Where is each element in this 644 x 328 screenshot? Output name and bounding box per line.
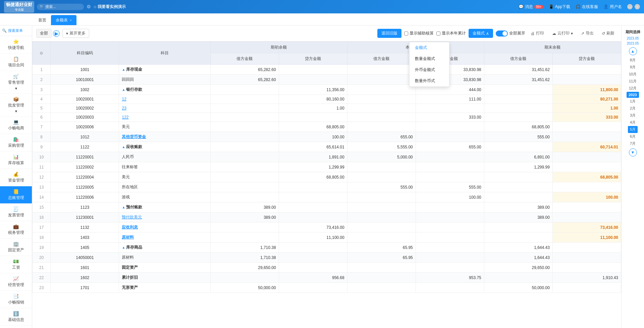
table-cell-cb-credit <box>552 75 621 85</box>
back-old-version-btn[interactable]: 退回旧版 <box>377 29 401 38</box>
mode-option-foreign-amount[interactable]: 外币金额式 <box>410 64 449 75</box>
period-next-btn[interactable]: ▼ <box>629 148 637 156</box>
online-service-btn[interactable]: 🎧 在线客服 <box>576 4 598 10</box>
table-cell-cb-debit: 68,805.00 <box>484 122 552 132</box>
month-4[interactable]: 4月 <box>628 119 638 126</box>
demo-link[interactable]: 我要看实例演示 <box>94 4 126 10</box>
sidebar-item-quick-nav[interactable]: ⭐ 快捷导航 <box>0 36 32 54</box>
table-cell-cur-debit: 655.00 <box>347 132 416 142</box>
toolbar-right: 退回旧版 显示辅助核算 显示本年累计 金额式 ∧ 全部展开 <box>377 29 617 38</box>
month-9[interactable]: 9月 <box>628 64 638 71</box>
sidebar-item-invoice[interactable]: 🧾 发票管理 <box>0 204 32 221</box>
month-7[interactable]: 7月 <box>628 140 638 147</box>
table-cell-ob-credit <box>279 253 347 263</box>
month-6[interactable]: 6月 <box>628 133 638 140</box>
table-row-no: 20 <box>33 253 51 263</box>
table-cell-name[interactable]: 其他货币资金 <box>119 132 210 142</box>
sidebar-item-fixed-assets[interactable]: 🏢 固定资产 <box>0 239 32 256</box>
sidebar-search[interactable]: 🔍 搜索菜单 <box>0 25 32 36</box>
sidebar-item-system[interactable]: ⚙️ 系统管理 <box>0 326 32 328</box>
table-cell-code: 1701 <box>51 283 119 293</box>
sidebar-item-project[interactable]: 📋 项目合同 <box>0 54 32 71</box>
toggle-switch-control[interactable] <box>496 30 508 37</box>
minimize-btn[interactable]: — <box>627 4 633 9</box>
print-btn[interactable]: 🖨 打印 <box>528 29 547 38</box>
sidebar-item-accounting[interactable]: 📒 总账管理 <box>0 186 32 204</box>
month-11[interactable]: 11月 <box>627 78 639 85</box>
table-cell-name: ▲ 库存现金 <box>119 65 210 75</box>
show-ytd-checkbox[interactable]: 显示本年累计 <box>436 30 466 36</box>
mode-dropdown-btn[interactable]: 金额式 ∧ <box>469 29 493 38</box>
month-8[interactable]: 8月 <box>628 57 638 64</box>
table-cell-name[interactable]: 应收利息 <box>119 222 210 233</box>
table-cell-cb-credit: 1,910.43 <box>552 273 621 283</box>
sidebar-item-sales[interactable]: 📑 小畅报销 <box>0 291 32 308</box>
auxiliary-checkbox-input[interactable] <box>404 31 408 36</box>
sidebar-item-salary[interactable]: 💵 工资 <box>0 256 32 273</box>
table-cell-ob-debit <box>210 273 279 283</box>
sidebar-item-retail[interactable]: 🛒 零售管理 ▾ <box>0 71 32 94</box>
sidebar-item-inventory[interactable]: 📊 库存核算 <box>0 151 32 169</box>
table-cell-cb-debit <box>484 182 552 192</box>
message-btn[interactable]: 💬 消息 99+ <box>519 4 543 10</box>
expand-all-toggle[interactable]: 全部展开 <box>496 30 525 37</box>
app-download-btn[interactable]: 📱 App下载 <box>549 4 570 10</box>
table-cell-name[interactable]: 预付款美元 <box>119 212 210 222</box>
table-settings-col[interactable]: ⚙ <box>33 42 51 65</box>
table-cell-cb-debit <box>484 172 552 182</box>
user-avatar[interactable]: 👤 用户名 <box>603 4 622 10</box>
table-cell-name[interactable]: 23 <box>119 104 210 113</box>
sidebar-item-capital[interactable]: 💰 资金管理 <box>0 169 32 186</box>
tab-balance[interactable]: 余额表 × <box>51 15 76 25</box>
table-cell-cb-credit: 11,100.00 <box>552 233 621 243</box>
refresh-btn[interactable]: ↺ 刷新 <box>599 29 617 38</box>
mode-option-qty-amount[interactable]: 数量金额式 <box>410 53 449 64</box>
settings-btn[interactable]: ⚙ <box>87 4 91 9</box>
table-cell-ob-debit: 1,710.38 <box>210 253 279 263</box>
tab-close-balance[interactable]: × <box>70 18 72 22</box>
table-cell-ob-debit: 1,710.38 <box>210 243 279 253</box>
month-3[interactable]: 3月 <box>628 112 638 119</box>
table-cell-code: 10020001 <box>51 95 119 104</box>
table-cell-cur-credit <box>416 122 484 132</box>
month-5[interactable]: 5月 <box>628 126 638 133</box>
expand-more-btn[interactable]: ▾ 展开更多 <box>62 29 89 38</box>
sidebar-item-basic[interactable]: ℹ️ 基础信息 <box>0 308 32 326</box>
table-cell-cb-debit <box>484 192 552 202</box>
cloud-print-btn[interactable]: ☁ 云打印 ▾ <box>549 29 576 38</box>
sidebar-item-tax[interactable]: 💼 税务管理 <box>0 221 32 239</box>
table-cell-name[interactable]: 12 <box>119 95 210 104</box>
sidebar-item-purchase[interactable]: 🛍️ 采购管理 <box>0 134 32 151</box>
tab-home[interactable]: 首页 <box>34 15 51 25</box>
top-search-bar[interactable]: 🔍 搜索... <box>37 4 84 10</box>
table-cell-cb-credit <box>552 263 621 273</box>
table-cell-code: 1012 <box>51 132 119 142</box>
table-row-no: 15 <box>33 202 51 212</box>
mode-option-amount[interactable]: 金额式 <box>410 42 449 53</box>
table-cell-name[interactable]: 122 <box>119 113 210 122</box>
table-cell-cur-credit <box>416 202 484 212</box>
sidebar-item-business[interactable]: 📈 经营管理 <box>0 273 32 291</box>
export-btn[interactable]: ↗ 导出 <box>578 29 596 38</box>
close-btn[interactable]: × <box>635 4 640 9</box>
period-prev-btn[interactable]: ▲ <box>629 47 637 55</box>
table-cell-cur-credit: 555.00 <box>416 182 484 192</box>
month-2[interactable]: 2月 <box>628 105 638 112</box>
table-cell-ob-credit: 68,805.00 <box>279 172 347 182</box>
month-1[interactable]: 1月 <box>628 98 638 105</box>
table-cell-cb-credit <box>552 152 621 162</box>
sidebar-item-wholesale[interactable]: 📦 批发管理 ▾ <box>0 94 32 117</box>
balance-table-container: ⚙ 科目编码 科目 期初余额 本期发生额 期末余额 借方金额 贷方金额 借方金额… <box>32 42 621 328</box>
mode-option-qty-foreign[interactable]: 数量外币式 <box>410 75 449 86</box>
project-icon: 📋 <box>13 56 19 62</box>
table-cell-cur-credit <box>416 132 484 142</box>
table-cell-code: 1001 <box>51 65 119 75</box>
month-10[interactable]: 10月 <box>627 71 639 78</box>
breadcrumb-next-btn[interactable]: ▶ <box>53 30 60 37</box>
show-auxiliary-checkbox[interactable]: 显示辅助核算 <box>404 30 434 36</box>
ytd-checkbox-input[interactable] <box>436 31 440 36</box>
sidebar-item-ecommerce[interactable]: 💻 小畅电商 <box>0 117 32 134</box>
table-cell-name[interactable]: 原材料 <box>119 233 210 243</box>
breadcrumb-item[interactable]: 全部 <box>36 29 52 38</box>
month-12[interactable]: 12月 <box>627 85 639 92</box>
